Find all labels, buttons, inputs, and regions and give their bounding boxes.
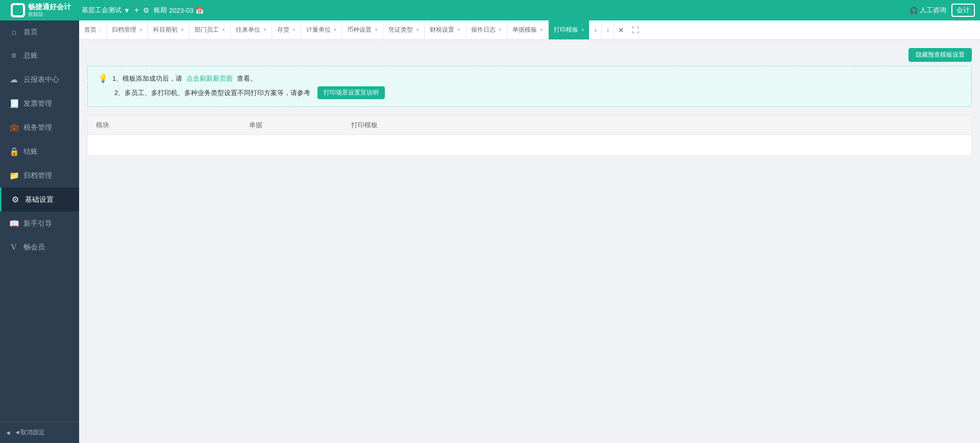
tab-archive-label: 归档管理 — [112, 26, 136, 34]
tab-tax-settings-label: 财税设置 — [430, 26, 454, 34]
archive-icon: 📁 — [9, 171, 18, 180]
sidebar-item-guide[interactable]: 📖 新手引导 — [0, 212, 79, 236]
tab-home[interactable]: 首页 ‹ — [79, 20, 107, 39]
tab-vendor[interactable]: 往来单位 × — [231, 20, 272, 39]
tab-print-template-label: 打印模板 — [554, 26, 578, 34]
th-module: 模块 — [88, 121, 241, 130]
sidebar-item-label: 结账 — [23, 147, 38, 156]
settings-icon[interactable]: ⚙ — [143, 6, 150, 14]
sidebar-item-label: 发票管理 — [23, 99, 52, 108]
invoice-icon: 🧾 — [9, 99, 18, 108]
content-area: 首页 ‹ 归档管理 × 科目期初 × 部门员工 × 往来单位 × 存货 × — [79, 20, 980, 443]
tab-close-all-btn[interactable]: ✕ — [614, 20, 628, 39]
add-tab-btn[interactable]: + — [134, 6, 139, 15]
tab-department-label: 部门员工 — [194, 26, 219, 34]
account-button[interactable]: 会计 — [951, 4, 975, 17]
tab-currency[interactable]: 币种设置 × — [342, 20, 383, 39]
top-bar-center: 基层工会测试 ▼ + ⚙ 账期 2023-03 📅 — [77, 6, 910, 15]
tab-archive[interactable]: 归档管理 × — [107, 20, 148, 39]
sidebar-item-home[interactable]: ⌂ 首页 — [0, 20, 79, 44]
th-print-template: 打印模板 — [343, 121, 971, 130]
data-table: 模块 单据 打印模板 — [87, 115, 972, 156]
settings-icon: ⚙ — [11, 195, 20, 204]
tab-subject-close[interactable]: × — [181, 27, 184, 33]
period-info: 账期 2023-03 📅 — [154, 6, 204, 15]
app-title: 畅捷通好会计 — [28, 3, 71, 11]
tab-voucher-close[interactable]: × — [416, 27, 419, 33]
sidebar-item-closing[interactable]: 🔒 结账 — [0, 139, 79, 164]
tab-voucher-type-label: 凭证类型 — [388, 26, 413, 34]
sidebar-item-tax[interactable]: 💼 税务管理 — [0, 115, 79, 139]
logo-area: 畅捷通好会计 旗舰版 — [5, 3, 77, 18]
sidebar-item-report[interactable]: ☁ 云报表中心 — [0, 67, 79, 91]
sidebar-item-label: 总账 — [23, 51, 38, 60]
lock-icon: 🔒 — [9, 147, 18, 156]
sidebar-item-settings[interactable]: ⚙ 基础设置 — [0, 188, 79, 212]
company-selector[interactable]: 基层工会测试 ▼ — [82, 6, 130, 15]
tax-icon: 💼 — [9, 123, 18, 132]
dropdown-icon: ▼ — [124, 7, 130, 14]
tab-operation-log-label: 操作日志 — [471, 26, 496, 34]
human-service-btn[interactable]: 🎧 人工咨询 — [910, 6, 946, 15]
tab-receipt-template[interactable]: 单据模板 × — [507, 20, 549, 39]
notice-row-2: 2、多员工、多打印机、多种业务类型设置不同打印方案等，请参考 打印场景设置宣说明 — [98, 86, 961, 99]
tab-print-close[interactable]: × — [581, 27, 584, 33]
tab-subject[interactable]: 科目期初 × — [148, 20, 189, 39]
tab-print-template[interactable]: 打印模板 × — [549, 20, 590, 39]
home-icon: ⌂ — [9, 28, 18, 37]
top-right: 🎧 人工咨询 会计 — [910, 4, 975, 17]
th-receipt: 单据 — [241, 121, 343, 130]
tab-prev-btn[interactable]: ‹ — [590, 20, 602, 39]
period-label: 账期 — [154, 6, 167, 15]
page-content: 隐藏预查模板设置 💡 1、模板添加成功后，请 点击刷新新页面 查看。 2、多员工… — [79, 40, 980, 443]
tab-tax-settings[interactable]: 财税设置 × — [425, 20, 466, 39]
app-subtitle: 旗舰版 — [28, 11, 71, 18]
guide-icon: 📖 — [9, 219, 18, 228]
company-name: 基层工会测试 — [82, 6, 121, 15]
tab-archive-close[interactable]: × — [139, 27, 142, 33]
sidebar-item-archive[interactable]: 📁 归档管理 — [0, 164, 79, 188]
print-scene-settings-btn[interactable]: 打印场景设置宣说明 — [317, 86, 385, 99]
tab-unit-close[interactable]: × — [334, 27, 337, 33]
tab-bar: 首页 ‹ 归档管理 × 科目期初 × 部门员工 × 往来单位 × 存货 × — [79, 20, 980, 40]
sidebar-unpin-btn[interactable]: ◄ ◄取消固定 — [0, 422, 79, 443]
tab-inventory[interactable]: 存货 × — [272, 20, 301, 39]
tab-voucher-type[interactable]: 凭证类型 × — [383, 20, 425, 39]
notice-refresh-link[interactable]: 点击刷新新页面 — [186, 74, 233, 83]
tab-inventory-close[interactable]: × — [292, 27, 296, 33]
ledger-icon: ≡ — [9, 51, 18, 60]
tab-currency-close[interactable]: × — [375, 27, 378, 33]
tab-vendor-close[interactable]: × — [263, 27, 266, 33]
calendar-icon[interactable]: 📅 — [195, 7, 204, 14]
tab-expand-btn[interactable]: ⛶ — [628, 20, 643, 39]
member-icon: V — [9, 243, 18, 252]
human-service-label: 人工咨询 — [920, 6, 946, 15]
notice-line1-prefix: 1、模板添加成功后，请 — [112, 74, 182, 83]
sidebar-item-label: 首页 — [23, 28, 38, 37]
tab-log-close[interactable]: × — [499, 27, 502, 33]
tab-inventory-label: 存货 — [277, 26, 289, 34]
tab-vendor-label: 往来单位 — [236, 26, 260, 34]
tab-department[interactable]: 部门员工 × — [189, 20, 231, 39]
tab-home-label: 首页 — [84, 26, 96, 34]
notice-box: 💡 1、模板添加成功后，请 点击刷新新页面 查看。 2、多员工、多打印机、多种业… — [87, 66, 972, 107]
tab-department-close[interactable]: × — [222, 27, 225, 33]
tab-operation-log[interactable]: 操作日志 × — [466, 20, 507, 39]
sidebar-item-ledger[interactable]: ≡ 总账 — [0, 44, 79, 67]
main-layout: ⌂ 首页 ≡ 总账 ☁ 云报表中心 🧾 发票管理 💼 税务管理 🔒 结账 📁 归… — [0, 20, 980, 443]
period-value: 2023-03 — [169, 7, 193, 14]
sidebar-item-invoice[interactable]: 🧾 发票管理 — [0, 91, 79, 115]
sidebar-item-member[interactable]: V 畅会员 — [0, 236, 79, 259]
tab-home-nav[interactable]: ‹ — [100, 27, 101, 33]
tab-unit[interactable]: 计量单位 × — [301, 20, 342, 39]
tab-receipt-close[interactable]: × — [540, 27, 543, 33]
headset-icon: 🎧 — [910, 7, 918, 14]
sidebar-item-label: 归档管理 — [23, 171, 52, 180]
hide-preview-btn[interactable]: 隐藏预查模板设置 — [909, 48, 972, 62]
table-body-empty — [88, 135, 971, 155]
sidebar-item-label: 云报表中心 — [23, 75, 59, 84]
notice-row-1: 💡 1、模板添加成功后，请 点击刷新新页面 查看。 — [98, 74, 961, 83]
tab-next-btn[interactable]: › — [602, 20, 614, 39]
notice-line2-prefix: 2、多员工、多打印机、多种业务类型设置不同打印方案等，请参考 — [114, 88, 310, 98]
tab-tax-close[interactable]: × — [457, 27, 460, 33]
